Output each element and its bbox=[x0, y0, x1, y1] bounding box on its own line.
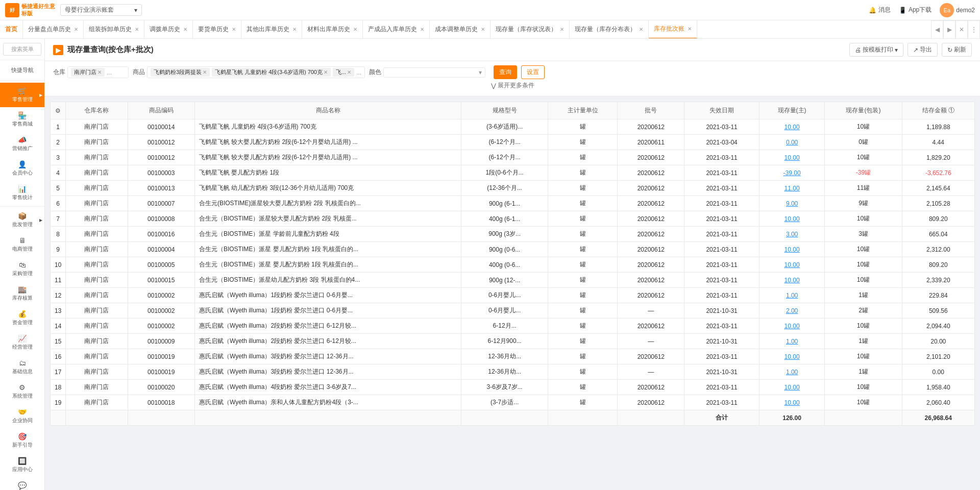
sidebar-item-ecom[interactable]: 🖥 电商管理 bbox=[0, 232, 44, 257]
sidebar-item-system[interactable]: ⚙ 系统管理 bbox=[0, 379, 44, 404]
expand-sidebar-button[interactable]: ▶ bbox=[53, 45, 63, 55]
tab-chengben[interactable]: 成本调整单历史 ✕ bbox=[430, 20, 491, 39]
row-qty[interactable]: 10.00 bbox=[759, 380, 825, 395]
warehouse-filter-tags[interactable]: 南岸门店 ✕ ... bbox=[67, 66, 129, 78]
sidebar-item-biz[interactable]: 📈 经营管理 bbox=[0, 330, 44, 355]
filter-bar: 仓库 南岸门店 ✕ ... 商品 飞鹤奶粉3段两提装 ✕ bbox=[45, 61, 980, 96]
close-icon[interactable]: ✕ bbox=[639, 27, 643, 32]
sidebar-item-purchase[interactable]: 🛍 采购管理 bbox=[0, 257, 44, 281]
tab-zuhe[interactable]: 组装拆卸单历史 ✕ bbox=[84, 20, 144, 39]
row-qty[interactable]: 10.00 bbox=[759, 150, 825, 165]
row-qty[interactable]: 10.00 bbox=[759, 318, 825, 334]
download-button[interactable]: 📱 App下载 bbox=[899, 6, 932, 14]
warehouse-more[interactable]: ... bbox=[107, 69, 112, 76]
table-row: 15 南岸门店 00100009 惠氏启赋（Wyeth illuma）2段奶粉 … bbox=[51, 334, 975, 349]
row-batch: 20200612 bbox=[618, 181, 684, 196]
tab-chengpin[interactable]: 产成品入库单历史 ✕ bbox=[363, 20, 430, 39]
row-qty[interactable]: 10.00 bbox=[759, 349, 825, 364]
close-icon[interactable]: ✕ bbox=[135, 27, 139, 32]
settings-button[interactable]: 设置 bbox=[521, 65, 545, 79]
color-filter-input[interactable]: ▾ bbox=[383, 67, 485, 78]
org-selector[interactable]: 母婴行业演示账套 ▾ bbox=[60, 4, 142, 16]
chevron-down-icon: ⋁ bbox=[491, 82, 496, 89]
col-settings[interactable]: ⚙ bbox=[51, 102, 66, 119]
nav-prev-arrow[interactable]: ◀ bbox=[931, 20, 943, 39]
row-code: 00100019 bbox=[128, 349, 194, 364]
query-button[interactable]: 查询 bbox=[494, 65, 517, 79]
row-code: 00100005 bbox=[128, 257, 194, 273]
sidebar-item-retail-mall[interactable]: 🏪 零售商城 bbox=[0, 107, 44, 132]
tab-kucun-pici[interactable]: 库存批次账 ✕ bbox=[649, 20, 697, 39]
search-button[interactable]: 搜索英单 bbox=[3, 43, 41, 56]
row-qty[interactable]: 9.00 bbox=[759, 196, 825, 211]
close-icon[interactable]: ✕ bbox=[183, 27, 187, 32]
tab-diaob[interactable]: 调拨单历史 ✕ bbox=[144, 20, 193, 39]
sidebar-item-retail-stat[interactable]: 📊 零售统计 bbox=[0, 181, 44, 205]
row-qty[interactable]: 10.00 bbox=[759, 257, 825, 273]
sidebar-item-guide[interactable]: 🎯 新手引导 bbox=[0, 428, 44, 453]
close-icon[interactable]: ✕ bbox=[420, 27, 424, 32]
sidebar-item-apps[interactable]: 🔲 应用中心 bbox=[0, 453, 44, 477]
message-button[interactable]: 🔔 消息 bbox=[869, 6, 891, 14]
nav-menu-icon[interactable]: ⋮ bbox=[968, 20, 980, 39]
row-name: 飞鹤星飞帆 幼儿配方奶粉 3段(12-36个月幼儿适用) 700克 bbox=[194, 181, 461, 196]
close-icon[interactable]: ✕ bbox=[292, 27, 297, 32]
user-menu[interactable]: Ea demo2 bbox=[940, 3, 975, 17]
row-qty[interactable]: 2.00 bbox=[759, 303, 825, 318]
tab-home[interactable]: 首页 bbox=[0, 20, 23, 39]
color-filter: 颜色 ▾ bbox=[369, 67, 485, 78]
row-qty[interactable]: 3.00 bbox=[759, 227, 825, 242]
close-icon[interactable]: ✕ bbox=[481, 27, 485, 32]
close-icon[interactable]: ✕ bbox=[560, 27, 564, 32]
tab-yaohuo[interactable]: 要货单历史 ✕ bbox=[193, 20, 241, 39]
row-qty[interactable]: 10.00 bbox=[759, 395, 825, 410]
product-filter-tags[interactable]: 飞鹤奶粉3段两提装 ✕ 飞鹤星飞帆 儿童奶粉 4段(3-6岁适用) 700克 ✕… bbox=[147, 66, 365, 78]
sidebar-item-member[interactable]: 👤 会员中心 bbox=[0, 156, 44, 181]
row-pkg: 10罐 bbox=[825, 150, 902, 165]
row-qty[interactable]: 10.00 bbox=[759, 273, 825, 288]
tab-fen-liang[interactable]: 分量盘点单历史 ✕ bbox=[23, 20, 84, 39]
row-qty[interactable]: 0.00 bbox=[759, 135, 825, 150]
tab-cailiao[interactable]: 材料出库单历史 ✕ bbox=[302, 20, 363, 39]
row-qty[interactable]: 1.00 bbox=[759, 334, 825, 349]
close-icon[interactable]: ✕ bbox=[353, 27, 357, 32]
sidebar-item-retail-mgmt[interactable]: 🛒 零售管理 ▶ bbox=[0, 83, 44, 107]
row-qty[interactable]: 11.00 bbox=[759, 181, 825, 196]
remove-product-tag-1[interactable]: ✕ bbox=[203, 69, 207, 75]
sidebar-item-base[interactable]: 🗂 基础信息 bbox=[0, 355, 44, 379]
sidebar-item-marketing[interactable]: 📣 营销推广 bbox=[0, 132, 44, 156]
product-more[interactable]: ... bbox=[356, 69, 361, 76]
print-button[interactable]: 🖨 按模板打印 ▾ bbox=[849, 43, 903, 57]
remove-product-tag-2[interactable]: ✕ bbox=[324, 69, 328, 75]
sidebar-item-wechat[interactable]: 💬 企业微信 bbox=[0, 477, 44, 490]
row-qty[interactable]: 10.00 bbox=[759, 242, 825, 257]
expand-filters-button[interactable]: ⋁ 展开更多条件 bbox=[53, 79, 972, 92]
row-qty[interactable]: 1.00 bbox=[759, 288, 825, 303]
row-unit: 罐 bbox=[548, 395, 618, 410]
row-num: 2 bbox=[51, 135, 66, 150]
row-qty[interactable]: 10.00 bbox=[759, 211, 825, 227]
sidebar-item-finance[interactable]: 💰 资金管理 bbox=[0, 306, 44, 330]
tab-xiancun1[interactable]: 现存量（库存状况表） ✕ bbox=[491, 20, 570, 39]
close-icon[interactable]: ✕ bbox=[688, 26, 692, 32]
sidebar-nav-item-quick[interactable]: 快捷导航 bbox=[0, 63, 44, 77]
tab-xiancun2[interactable]: 现存量（库存分布表） ✕ bbox=[570, 20, 649, 39]
remove-product-tag-3[interactable]: ✕ bbox=[347, 69, 351, 75]
refresh-button[interactable]: ↻ 刷新 bbox=[942, 43, 972, 57]
row-qty[interactable]: 1.00 bbox=[759, 364, 825, 380]
sidebar-item-collab[interactable]: 🤝 企业协同 bbox=[0, 404, 44, 428]
row-qty[interactable]: 10.00 bbox=[759, 119, 825, 135]
close-icon[interactable]: ✕ bbox=[74, 27, 78, 32]
nav-next-arrow[interactable]: ▶ bbox=[943, 20, 955, 39]
sidebar-item-wholesale[interactable]: 📦 批发管理 ▶ bbox=[0, 208, 44, 232]
export-icon: ↗ bbox=[913, 46, 918, 54]
row-num: 13 bbox=[51, 303, 66, 318]
tab-qita[interactable]: 其他出库单历史 ✕ bbox=[241, 20, 302, 39]
row-spec: 400g (0-6... bbox=[461, 257, 548, 273]
nav-close-icon[interactable]: ✕ bbox=[955, 20, 968, 39]
remove-warehouse-tag[interactable]: ✕ bbox=[97, 69, 102, 75]
row-qty[interactable]: -39.00 bbox=[759, 165, 825, 181]
close-icon[interactable]: ✕ bbox=[232, 27, 236, 32]
sidebar-item-inventory[interactable]: 🏬 库存核算 bbox=[0, 281, 44, 306]
export-button[interactable]: ↗ 导出 bbox=[908, 43, 938, 57]
